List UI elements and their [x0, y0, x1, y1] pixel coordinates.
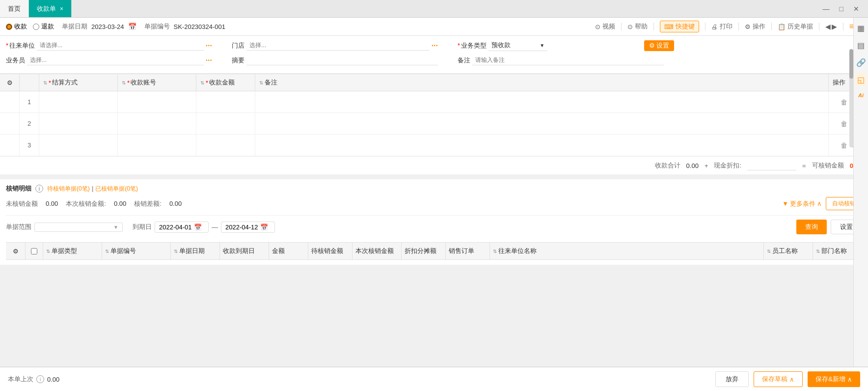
section-divider [0, 174, 868, 179]
td-remark-1[interactable] [255, 91, 829, 112]
maximize-button[interactable]: □ [837, 4, 846, 14]
td-method-1[interactable] [39, 91, 118, 112]
print-button[interactable]: 🖨 打印 [711, 22, 732, 31]
prev-arrow[interactable]: ◀ [825, 23, 831, 30]
td-amount-1[interactable] [196, 91, 255, 112]
delete-row-2-icon[interactable]: 🗑 [841, 120, 847, 128]
delete-row-3-icon[interactable]: 🗑 [841, 141, 847, 149]
summary-input[interactable] [246, 55, 438, 65]
staff-more-button[interactable]: ··· [206, 56, 212, 65]
td-account-2[interactable] [118, 113, 196, 134]
th-remark: ⇅ 备注 [255, 74, 829, 91]
sort-employee-icon[interactable]: ⇅ [767, 249, 771, 254]
sidebar-crop-icon[interactable]: ◱ [855, 73, 867, 86]
bth-duedate-label: 收款到期日 [223, 247, 255, 255]
more-conditions-button[interactable]: ▼ 更多条件 ∧ [782, 199, 822, 208]
refund-radio[interactable]: 退款 [33, 22, 54, 31]
sidebar-link-icon[interactable]: 🔗 [854, 56, 868, 69]
partner-input[interactable] [37, 40, 204, 51]
unverified-value: 0.00 [46, 200, 58, 207]
select-all-checkbox[interactable] [31, 248, 37, 254]
bth-checkbox[interactable] [26, 243, 43, 259]
save-new-button[interactable]: 保存&新增 ∧ [808, 371, 860, 387]
bth-amount: 金额 [269, 243, 308, 259]
divider-4 [738, 23, 739, 30]
biz-type-required: * [458, 42, 460, 49]
td-amount-3[interactable] [196, 135, 255, 156]
td-method-2[interactable] [39, 113, 118, 134]
td-account-3[interactable] [118, 135, 196, 156]
staff-input[interactable] [27, 55, 204, 65]
td-remark-3[interactable] [255, 135, 829, 156]
info-icon[interactable]: i [35, 185, 43, 193]
table-row: 1 🗑 ⧉ [0, 91, 868, 113]
next-arrow[interactable]: ▶ [832, 23, 837, 30]
store-more-button[interactable]: ··· [432, 41, 438, 50]
summary-label: 摘要 [232, 56, 244, 65]
divider-3 [705, 23, 705, 30]
bth-settings[interactable]: ⚙ [6, 243, 26, 259]
sort-account-icon[interactable]: ⇅ [122, 80, 126, 85]
sidebar-ai-icon[interactable]: Ai [856, 90, 866, 100]
discount-input[interactable] [747, 161, 796, 170]
td-method-3[interactable] [39, 135, 118, 156]
doc-range-chevron: ▼ [113, 224, 118, 230]
tab-close-icon[interactable]: × [60, 5, 63, 12]
discard-button[interactable]: 放弃 [715, 371, 749, 387]
scroll-thumb[interactable] [849, 49, 853, 79]
tab-home[interactable]: 首页 [0, 0, 29, 17]
sort-date-icon[interactable]: ⇅ [174, 249, 178, 254]
close-button[interactable]: ✕ [850, 4, 862, 14]
bth-amount-label: 金额 [272, 247, 285, 255]
discount-label: 现金折扣: [714, 161, 741, 170]
sort-partner-icon[interactable]: ⇅ [493, 249, 497, 254]
due-date-to[interactable]: 2022-04-12 📅 [221, 222, 275, 233]
row-num-1: 1 [27, 98, 31, 106]
row-num-2: 2 [27, 120, 31, 127]
print-label: 打印 [720, 22, 732, 31]
pending-tab[interactable]: 待核销单据(0笔) [47, 185, 90, 193]
bottom-table-header: ⚙ ⇅ 单据类型 ⇅ 单据编号 ⇅ 单据日期 收款到期日 金额 待核销金额 本次… [6, 242, 862, 260]
td-settings-3 [0, 135, 20, 156]
td-remark-2[interactable] [255, 113, 829, 134]
sort-method-icon[interactable]: ⇅ [43, 80, 47, 85]
sort-type-icon[interactable]: ⇅ [46, 249, 50, 254]
minimize-button[interactable]: — [820, 4, 833, 14]
sidebar-table-icon[interactable]: ▦ [855, 22, 867, 35]
shortcut-button[interactable]: ⌨ 快捷键 [660, 21, 699, 32]
footer-info-icon[interactable]: i [36, 375, 44, 383]
biz-type-value: 预收款 [491, 41, 511, 50]
sort-dept-icon[interactable]: ⇅ [816, 249, 820, 254]
video-label: 视频 [602, 22, 615, 31]
sidebar-list-icon[interactable]: ▤ [855, 39, 867, 52]
doc-range-select[interactable]: ▼ [34, 223, 123, 232]
store-input[interactable] [246, 40, 430, 51]
delete-row-1-icon[interactable]: 🗑 [841, 98, 847, 106]
due-date-label: 到期日 [133, 223, 152, 231]
scrollbar[interactable] [849, 49, 853, 147]
done-tab[interactable]: 已核销单据(0笔) [95, 185, 138, 193]
bth-dept-label: 部门名称 [821, 247, 847, 255]
sort-remark-icon[interactable]: ⇅ [259, 80, 263, 85]
receipt-radio[interactable]: 收款 [6, 22, 27, 31]
save-draft-button[interactable]: 保存草稿 ∧ [754, 371, 803, 387]
remark-input[interactable] [472, 55, 664, 65]
help-button[interactable]: ⊙ 帮助 [627, 22, 648, 31]
table-settings-th[interactable]: ⚙ [0, 74, 20, 91]
tab-current[interactable]: 收款单 × [29, 0, 72, 17]
td-account-1[interactable] [118, 91, 196, 112]
calendar-icon[interactable]: 📅 [128, 23, 136, 30]
td-amount-2[interactable] [196, 113, 255, 134]
video-button[interactable]: ⊙ 视频 [595, 22, 615, 31]
query-button[interactable]: 查询 [796, 220, 827, 234]
operation-button[interactable]: ⚙ 操作 [745, 22, 765, 31]
form-settings-button[interactable]: ⚙ 设置 [644, 40, 674, 51]
filter-row: 单据范围 ▼ 到期日 2022-04-01 📅 — 2022-04-12 📅 查… [6, 215, 862, 238]
history-button[interactable]: 📋 历史单据 [778, 22, 813, 31]
due-date-from[interactable]: 2022-04-01 📅 [155, 222, 209, 233]
amount-required: * [206, 79, 208, 86]
biz-type-select[interactable]: 预收款 ▼ [488, 40, 547, 51]
partner-more-button[interactable]: ··· [206, 41, 212, 50]
sort-amount-icon[interactable]: ⇅ [200, 80, 204, 85]
sort-docno-icon[interactable]: ⇅ [105, 249, 109, 254]
